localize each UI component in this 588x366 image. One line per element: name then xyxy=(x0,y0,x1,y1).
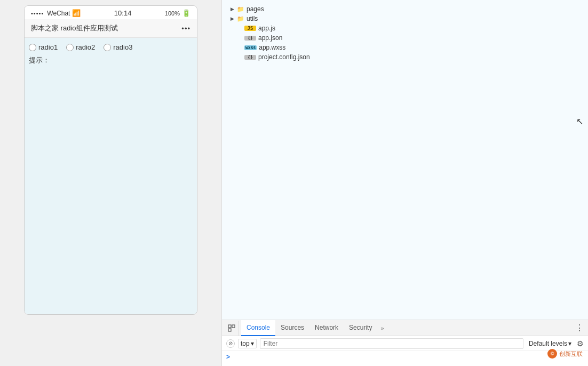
radio-label-3: radio3 xyxy=(113,43,132,51)
tree-label-pages: pages xyxy=(247,5,264,13)
battery-pct-label: 100% xyxy=(165,10,180,17)
devtools-tabs: Console Sources Network Security » ⋮ xyxy=(222,320,588,336)
tab-network[interactable]: Network xyxy=(309,320,344,336)
tree-label-appwxss: app.wxss xyxy=(259,44,285,51)
console-level-select[interactable]: Default levels ▾ xyxy=(527,339,574,348)
devtools-panel: ▶ 📁 pages ▶ 📁 utils ▶ JS app.js ▶ {} app… xyxy=(221,0,588,366)
tab-security[interactable]: Security xyxy=(344,320,377,336)
phone-nav-bar: 脚本之家 radio组件应用测试 ••• xyxy=(25,19,197,38)
phone-time: 10:14 xyxy=(114,9,132,17)
tree-label-appjson: app.json xyxy=(258,34,282,42)
tree-item-appjson[interactable]: ▶ {} app.json xyxy=(222,33,588,43)
devtools-inspect-icon[interactable] xyxy=(224,321,239,336)
tree-arrow-utils: ▶ xyxy=(231,16,235,21)
console-prompt: > xyxy=(226,353,230,361)
svg-rect-0 xyxy=(228,325,231,328)
watermark-logo: © xyxy=(547,349,557,359)
tab-sources[interactable]: Sources xyxy=(275,320,309,336)
block-symbol: ⊘ xyxy=(228,340,233,346)
tree-item-projectconfig[interactable]: ▶ {} project.config.json xyxy=(222,52,588,62)
console-settings-icon[interactable]: ⚙ xyxy=(577,339,584,348)
phone-nav-more-icon[interactable]: ••• xyxy=(181,25,190,33)
radio-item-1[interactable]: radio1 xyxy=(29,43,58,51)
console-level-label: Default levels xyxy=(529,340,567,347)
phone-content: radio1 radio2 radio3 提示： xyxy=(25,38,197,314)
console-context-select[interactable]: top ▾ xyxy=(238,339,257,348)
badge-json-project: {} xyxy=(244,55,256,60)
phone-panel: ••••• WeChat 📶 10:14 100% 🔋 脚本之家 radio组件… xyxy=(0,0,221,366)
file-tree: ▶ 📁 pages ▶ 📁 utils ▶ JS app.js ▶ {} app… xyxy=(222,0,588,320)
devtools-console-bar: ⊘ top ▾ Default levels ▾ ⚙ xyxy=(222,336,588,351)
tree-item-appwxss[interactable]: ▶ wxss app.wxss xyxy=(222,43,588,52)
svg-rect-1 xyxy=(232,325,235,328)
tabs-overflow-area: ⋮ xyxy=(573,322,586,335)
devtools-overflow-menu[interactable]: ⋮ xyxy=(573,322,586,335)
wechat-label: WeChat xyxy=(47,10,70,17)
tree-arrow-pages: ▶ xyxy=(231,6,235,12)
badge-wxss: wxss xyxy=(244,45,257,50)
tree-item-appjs[interactable]: ▶ JS app.js xyxy=(222,23,588,33)
console-top-label: top xyxy=(241,340,250,347)
battery-icon: 🔋 xyxy=(182,9,190,17)
tab-sources-label: Sources xyxy=(281,324,304,331)
tab-security-label: Security xyxy=(349,324,372,331)
tree-label-projectconfig: project.config.json xyxy=(258,53,310,61)
svg-rect-2 xyxy=(228,329,231,331)
radio-label-2: radio2 xyxy=(76,43,95,51)
radio-circle-2 xyxy=(66,44,74,51)
radio-group: radio1 radio2 radio3 xyxy=(29,43,193,51)
phone-frame: ••••• WeChat 📶 10:14 100% 🔋 脚本之家 radio组件… xyxy=(24,5,197,315)
radio-circle-3 xyxy=(104,44,111,51)
badge-json-app: {} xyxy=(244,36,256,41)
console-level-arrow: ▾ xyxy=(568,340,571,347)
folder-icon-utils: 📁 xyxy=(237,15,244,22)
wifi-icon: 📶 xyxy=(72,9,81,17)
tree-label-appjs: app.js xyxy=(258,25,275,32)
tab-network-label: Network xyxy=(315,324,338,331)
tree-label-utils: utils xyxy=(247,15,258,22)
phone-status-right: 100% 🔋 xyxy=(165,9,190,17)
console-top-arrow: ▾ xyxy=(251,340,254,347)
badge-js: JS xyxy=(244,26,256,31)
tab-more-button[interactable]: » xyxy=(377,323,387,333)
tree-item-pages[interactable]: ▶ 📁 pages xyxy=(222,4,588,14)
phone-status-bar: ••••• WeChat 📶 10:14 100% 🔋 xyxy=(25,6,197,19)
devtools-bottom: Console Sources Network Security » ⋮ ⊘ t… xyxy=(222,320,588,366)
radio-circle-1 xyxy=(29,44,36,51)
radio-item-2[interactable]: radio2 xyxy=(66,43,95,51)
console-filter-input[interactable] xyxy=(260,338,523,349)
hint-label: 提示： xyxy=(29,55,193,65)
tree-item-utils[interactable]: ▶ 📁 utils xyxy=(222,14,588,23)
watermark: © 创新互联 xyxy=(547,349,583,359)
phone-nav-title: 脚本之家 radio组件应用测试 xyxy=(31,23,118,33)
tab-console[interactable]: Console xyxy=(241,320,275,336)
console-block-button[interactable]: ⊘ xyxy=(226,339,235,348)
phone-status-left: ••••• WeChat 📶 xyxy=(31,9,81,17)
devtools-console-output: > xyxy=(222,351,588,366)
tab-console-label: Console xyxy=(247,324,270,331)
signal-indicator: ••••• xyxy=(31,10,44,17)
folder-icon-pages: 📁 xyxy=(237,6,244,13)
watermark-text: 创新互联 xyxy=(559,350,583,358)
radio-label-1: radio1 xyxy=(38,43,58,51)
radio-item-3[interactable]: radio3 xyxy=(104,43,132,51)
